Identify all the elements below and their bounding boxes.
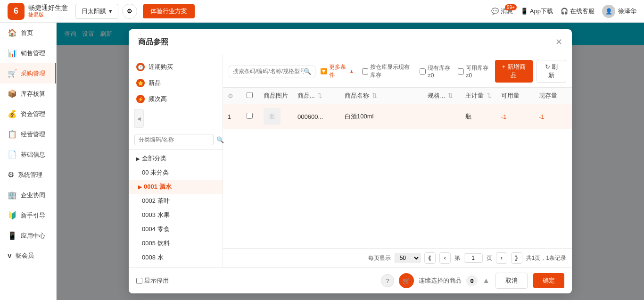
first-page-btn[interactable]: ⟪ <box>424 252 436 264</box>
col-header-check <box>242 88 259 104</box>
apps-icon: 📱 <box>8 231 17 240</box>
inventory-icon: 📦 <box>8 89 17 98</box>
col-header-name[interactable]: 商品名称 ⇅ <box>340 88 423 104</box>
refresh-btn[interactable]: ↻ 刷新 <box>537 60 566 83</box>
cell-avail: -1 <box>496 104 534 129</box>
product-search-input[interactable] <box>233 68 304 75</box>
checkbox-avail-stock[interactable]: 可用库存≠0 <box>458 64 490 79</box>
add-product-btn[interactable]: + 新增商品 <box>495 60 533 83</box>
col-header-avail: 可用量 <box>496 88 534 104</box>
checkbox-current-stock[interactable]: 现有库存≠0 <box>420 64 452 79</box>
category-unclassified[interactable]: 00 未分类 <box>129 166 223 180</box>
app-download-btn[interactable]: 📱 App下载 <box>520 7 553 16</box>
category-label: 0005 饮料 <box>142 239 170 248</box>
expand-icon: ▶ <box>138 184 142 190</box>
category-label: 0008 水 <box>142 253 164 262</box>
row-checkbox[interactable] <box>247 113 253 119</box>
sidebar-item-label: 企业协同 <box>21 191 45 200</box>
checkbox-label: 按仓库显示现有库存 <box>370 63 414 79</box>
category-liquor[interactable]: ▶ 0001 酒水 <box>129 180 223 194</box>
category-fruit[interactable]: 0003 水果 <box>129 208 223 222</box>
page-label: 第 <box>454 254 460 262</box>
sidebar-item-apps[interactable]: 📱 应用中心 <box>0 225 56 246</box>
logo-area: 6 畅捷通好生意 捷易版 <box>8 3 68 20</box>
confirm-btn[interactable]: 确定 <box>533 273 564 288</box>
sidebar-item-label: 首页 <box>21 29 33 37</box>
quick-nav-new[interactable]: ⭐ 新品 <box>129 75 223 91</box>
quick-nav-recent[interactable]: 🕐 近期购买 <box>129 59 223 75</box>
frequent-icon: ⚡ <box>136 95 145 103</box>
last-page-btn[interactable]: ⟫ <box>511 252 522 264</box>
cart-area: ? 🛒 连续选择的商品 0 ▲ <box>381 273 490 288</box>
star-icon: ⭐ <box>136 79 145 87</box>
category-water[interactable]: 0008 水 <box>129 250 223 264</box>
category-search-input[interactable] <box>134 134 214 145</box>
product-table-area: ⚙ 商品图片 商品... ⇅ <box>223 88 572 248</box>
settings-btn[interactable]: ⚙ <box>122 4 137 19</box>
product-reference-modal: 商品参照 ✕ 🕐 近期购买 ⭐ 新品 <box>129 29 572 293</box>
quick-nav-frequent[interactable]: ⚡ 频次高 <box>129 91 223 107</box>
sidebar-item-sales[interactable]: 📊 销售管理 <box>0 43 56 63</box>
col-header-code[interactable]: 商品... ⇅ <box>293 88 340 104</box>
checkbox-warehouse-stock[interactable]: 按仓库显示现有库存 <box>362 63 414 79</box>
online-service-label: 在线客服 <box>570 7 594 16</box>
filter-search-wrap: 🔍 <box>229 66 315 77</box>
warehouse-stock-checkbox[interactable] <box>362 68 368 75</box>
online-service-btn[interactable]: 🎧 在线客服 <box>561 7 594 16</box>
sidebar-item-inventory[interactable]: 📦 库存核算 <box>0 83 56 104</box>
sidebar-item-label: 新手引导 <box>21 211 45 220</box>
modal-footer: 显示停用 ? 🛒 连续选择的商品 0 ▲ 取消 确定 <box>129 267 572 293</box>
sort-icon: ⇅ <box>317 92 322 99</box>
category-all[interactable]: ▶ 全部分类 <box>129 151 223 166</box>
notifications-btn[interactable]: 💬 消息 99+ <box>491 7 513 16</box>
col-header-unit[interactable]: 主计量 ⇅ <box>461 88 496 104</box>
cancel-btn[interactable]: 取消 <box>495 273 528 289</box>
select-all-checkbox[interactable] <box>247 92 253 98</box>
modal-close-btn[interactable]: ✕ <box>555 37 562 47</box>
col-header-spec[interactable]: 规格... ⇅ <box>423 88 461 104</box>
show-disabled-checkbox[interactable]: 显示停用 <box>136 276 169 285</box>
trial-btn[interactable]: 体验行业方案 <box>143 4 195 18</box>
page-size-select[interactable]: 50 20 100 200 <box>395 253 421 263</box>
category-label: 0001 酒水 <box>144 183 172 191</box>
cell-img: 图 <box>259 104 293 129</box>
total-info: 共1页，1条记录 <box>526 254 566 262</box>
cell-check[interactable] <box>242 104 259 129</box>
show-disabled-label: 显示停用 <box>144 276 169 285</box>
sidebar-item-finance[interactable]: 💰 资金管理 <box>0 104 56 124</box>
sidebar-item-system[interactable]: ⚙ 系统管理 <box>0 165 56 185</box>
sidebar-item-member[interactable]: V 畅会员 <box>0 246 56 266</box>
table-row[interactable]: 1 图 000600... 白酒100ml <box>223 104 572 129</box>
cart-btn[interactable]: 🛒 <box>399 273 414 288</box>
quick-nav-frequent-label: 频次高 <box>149 95 167 103</box>
modal-left-panel: 🕐 近期购买 ⭐ 新品 ⚡ 频次高 <box>129 55 223 267</box>
product-image: 图 <box>264 108 281 125</box>
next-page-btn[interactable]: › <box>496 252 507 264</box>
cell-spec <box>423 104 461 129</box>
collapse-panel-btn[interactable]: ◀ <box>134 109 144 128</box>
sidebar-item-basics[interactable]: 📄 基础信息 <box>0 144 56 165</box>
sidebar-item-enterprise[interactable]: 🏢 企业协同 <box>0 185 56 205</box>
page-input[interactable] <box>464 253 483 263</box>
category-snack[interactable]: 0004 零食 <box>129 222 223 236</box>
sidebar-item-home[interactable]: 🏠 首页 <box>0 23 56 43</box>
avail-stock-checkbox[interactable] <box>458 68 464 75</box>
prev-page-btn[interactable]: ‹ <box>439 252 451 264</box>
filter-icon: 🔽 <box>320 68 327 75</box>
more-filter-btn[interactable]: 🔽 更多条件 ▲ <box>320 63 354 79</box>
disabled-checkbox[interactable] <box>136 278 142 284</box>
sidebar-item-operation[interactable]: 📋 经营管理 <box>0 124 56 144</box>
category-beverage[interactable]: 0005 饮料 <box>129 236 223 250</box>
col-name-label: 商品名称 <box>345 92 369 99</box>
user-area[interactable]: 👤 徐泽华 <box>602 5 636 18</box>
store-selector[interactable]: 日太阳膜 ▾ <box>75 4 118 19</box>
category-tea[interactable]: 0002 茶叶 <box>129 194 223 208</box>
sidebar-item-purchase[interactable]: 🛒 采购管理 <box>0 63 56 83</box>
current-stock-checkbox[interactable] <box>420 68 426 75</box>
sidebar-item-guide[interactable]: 🔰 新手引导 <box>0 205 56 225</box>
help-btn[interactable]: ? <box>381 274 394 287</box>
collapse-cart-btn[interactable]: ▲ <box>482 276 490 285</box>
sales-icon: 📊 <box>8 49 17 58</box>
member-icon: V <box>8 252 12 259</box>
notifications-badge: 99+ <box>505 4 517 10</box>
